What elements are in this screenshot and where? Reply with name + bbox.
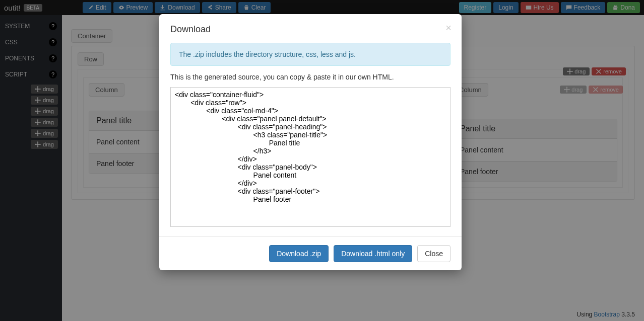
modal-header: Download × — [159, 14, 462, 40]
download-zip-button[interactable]: Download .zip — [269, 245, 329, 262]
close-icon[interactable]: × — [445, 22, 452, 34]
modal-title: Download — [170, 24, 450, 35]
download-zip-label: Download .zip — [277, 250, 321, 258]
modal-footer: Download .zip Download .html only Close — [159, 236, 462, 270]
download-modal: Download × The .zip includes the directo… — [159, 14, 462, 270]
close-label: Close — [425, 250, 443, 258]
download-html-label: Download .html only — [341, 250, 405, 258]
modal-description: This is the generated source, you can co… — [170, 73, 450, 81]
download-html-button[interactable]: Download .html only — [334, 245, 412, 262]
modal-body: The .zip includes the directory structur… — [159, 40, 462, 236]
close-button[interactable]: Close — [417, 245, 450, 262]
code-textarea[interactable] — [170, 87, 450, 227]
info-alert: The .zip includes the directory structur… — [170, 43, 450, 66]
